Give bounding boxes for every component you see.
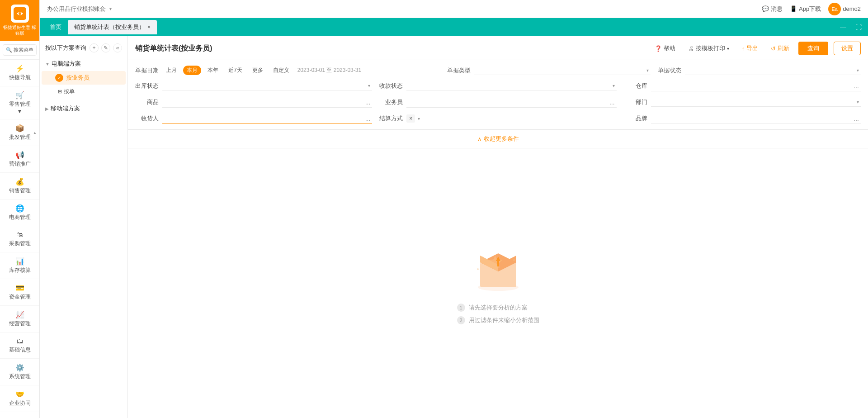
nav-dropdown-icon[interactable]: ▾ — [109, 6, 112, 11]
basic-icon: 🗂 — [16, 337, 24, 345]
finance-icon: 💳 — [15, 284, 24, 292]
date-tab-prev-month[interactable]: 上月 — [162, 66, 180, 75]
home-tab-label: 首页 — [50, 23, 61, 31]
date-tab-this-year[interactable]: 本年 — [204, 66, 222, 75]
scheme-header-actions: + ✎ « — [90, 43, 122, 52]
scheme-collapse-button[interactable]: « — [113, 43, 122, 52]
filter-row-3: 商品 ... 业务员 ... 部门 — [135, 97, 861, 108]
salesperson-input[interactable] — [406, 97, 616, 108]
search-menu-button[interactable]: 🔍 搜索菜单 — [3, 44, 37, 56]
payment-tag-x[interactable]: × — [409, 115, 412, 122]
collapse-bar[interactable]: ∧ 收起更多条件 — [128, 130, 868, 148]
goods-input[interactable] — [162, 97, 372, 108]
brand-label: 品牌 — [624, 114, 647, 123]
desktop-group-title[interactable]: ▼ 电脑端方案 — [40, 57, 127, 71]
retail-icon: 🛒 — [15, 91, 24, 100]
brand-dots[interactable]: ... — [854, 115, 859, 122]
warehouse-label: 仓库 — [624, 82, 647, 90]
message-button[interactable]: 💬 消息 — [762, 5, 783, 13]
scheme-sub-item-order[interactable]: ⊞ 按单 — [40, 85, 127, 98]
dept-dropdown[interactable]: ▾ — [651, 98, 861, 107]
consignee-control: ... — [162, 113, 372, 124]
help-button[interactable]: ❓ 帮助 — [651, 43, 679, 54]
win-minimize-button[interactable]: — — [837, 23, 849, 32]
consignee-input[interactable] — [162, 113, 372, 124]
date-tab-more[interactable]: 更多 — [249, 66, 267, 75]
filter-brand: 品牌 ... — [624, 113, 861, 124]
export-icon: ↑ — [742, 45, 745, 52]
scheme-item-salesperson[interactable]: ✓ 按业务员 — [42, 71, 126, 85]
filter-consignee: 收货人 ... — [135, 113, 372, 124]
warehouse-dots[interactable]: ... — [854, 82, 859, 90]
tab-close-button[interactable]: × — [147, 24, 151, 30]
sidebar-item-wholesale[interactable]: 📦 批发管理 — [0, 119, 39, 146]
filter-goods: 商品 ... — [135, 97, 372, 108]
sidebar-item-system[interactable]: ⚙️ 系统管理 — [0, 359, 39, 385]
page-actions: ❓ 帮助 🖨 按模板打印 ▾ ↑ 导出 ↺ 刷新 — [651, 42, 861, 55]
date-tab-7days[interactable]: 近7天 — [225, 66, 246, 75]
sidebar-item-marketing[interactable]: 📢 营销推广 — [0, 146, 39, 173]
filter-dept: 部门 ▾ — [624, 98, 861, 107]
scheme-add-button[interactable]: + — [90, 43, 99, 52]
sidebar-item-retail[interactable]: 🛒 零售管理 — [0, 86, 39, 119]
settings-button[interactable]: 设置 — [834, 42, 861, 55]
dept-control: ▾ — [651, 98, 861, 107]
receipt-status-dropdown[interactable]: ▾ — [406, 81, 616, 90]
refresh-button[interactable]: ↺ 刷新 — [767, 43, 793, 54]
query-button[interactable]: 查询 — [798, 42, 828, 55]
wholesale-icon: 📦 — [15, 124, 24, 133]
date-tab-custom[interactable]: 自定义 — [269, 66, 293, 75]
filter-receipt-status: 收款状态 ▾ — [379, 81, 616, 90]
export-button[interactable]: ↑ 导出 — [738, 43, 762, 54]
sidebar-item-enterprise[interactable]: 🤝 企业协同 — [0, 385, 39, 412]
date-label: 单据日期 — [135, 66, 159, 75]
consignee-dots[interactable]: ... — [365, 115, 371, 122]
search-icon: 🔍 — [6, 47, 12, 53]
doc-type-dropdown[interactable]: ▾ — [474, 66, 650, 75]
tab-sales-statistics[interactable]: 销货单统计表（按业务员） × — [68, 20, 157, 34]
goods-dots[interactable]: ... — [365, 99, 371, 106]
enterprise-icon: 🤝 — [15, 390, 24, 399]
tab-home[interactable]: 首页 — [43, 20, 68, 34]
filter-row-1: 单据日期 上月 本月 本年 近7天 更多 自定义 2023-03-01 至 20… — [135, 66, 861, 75]
scheme-desktop-group: ▼ 电脑端方案 ✓ 按业务员 ⊞ 按单 — [40, 55, 127, 100]
app-download-button[interactable]: 📱 App下载 — [790, 5, 821, 13]
filter-area: 单据日期 上月 本月 本年 近7天 更多 自定义 2023-03-01 至 20… — [128, 60, 868, 130]
empty-icon-wrap — [471, 242, 525, 296]
sidebar-item-inventory[interactable]: 📊 库存核算 — [0, 252, 39, 279]
sidebar-search-area[interactable]: 🔍 搜索菜单 — [0, 41, 39, 60]
sidebar-item-sales[interactable]: 💰 销售管理 — [0, 173, 39, 200]
win-maximize-button[interactable]: ⛶ — [853, 23, 864, 32]
left-scheme-panel: 按以下方案查询 + ✎ « ▼ 电脑端方案 ✓ — [40, 36, 128, 418]
sidebar-item-ecom[interactable]: 🌐 电商管理 — [0, 200, 39, 226]
sidebar-item-purchase[interactable]: 🛍 采购管理 — [0, 226, 39, 252]
out-status-dropdown[interactable]: ▾ — [162, 81, 372, 90]
svg-point-7 — [481, 256, 484, 259]
empty-steps: 1 请先选择要分析的方案 2 用过滤条件来缩小分析范围 — [457, 304, 539, 324]
scheme-collapse-icon: « — [116, 45, 119, 51]
desktop-group-label: 电脑端方案 — [52, 60, 81, 68]
salesperson-dots[interactable]: ... — [609, 99, 615, 106]
date-tab-this-month[interactable]: 本月 — [183, 66, 201, 75]
brand-input[interactable] — [651, 113, 861, 124]
scheme-header-title: 按以下方案查询 — [45, 44, 86, 52]
mobile-group-title[interactable]: ▶ 移动端方案 — [40, 102, 127, 115]
inventory-icon: 📊 — [15, 257, 24, 266]
quick-nav-icon: ⚡ — [15, 64, 24, 73]
sidebar-item-finance[interactable]: 💳 资金管理 — [0, 279, 39, 306]
sidebar-item-ops[interactable]: 📈 经营管理 — [0, 306, 39, 332]
user-menu[interactable]: Ea demo2 — [828, 3, 861, 15]
sidebar-item-quick-nav[interactable]: ⚡ 快捷导航 — [0, 60, 39, 86]
date-tabs: 上月 本月 本年 近7天 更多 自定义 2023-03-01 至 2023-03… — [162, 66, 361, 75]
payment-arrow[interactable]: ▾ — [418, 116, 420, 121]
payment-label: 结算方式 — [379, 114, 403, 123]
warehouse-input[interactable] — [651, 81, 861, 91]
sidebar-item-guide[interactable]: 📖 新手引导 — [0, 412, 39, 418]
logo-icon — [11, 5, 29, 23]
doc-type-arrow: ▾ — [646, 68, 649, 73]
scheme-edit-button[interactable]: ✎ — [101, 43, 110, 52]
sidebar-item-basic[interactable]: 🗂 基础信息 — [0, 332, 39, 359]
doc-status-dropdown[interactable]: ▾ — [685, 66, 861, 75]
collapse-button[interactable]: ∧ 收起更多条件 — [472, 133, 524, 144]
print-button[interactable]: 🖨 按模板打印 ▾ — [684, 43, 733, 54]
